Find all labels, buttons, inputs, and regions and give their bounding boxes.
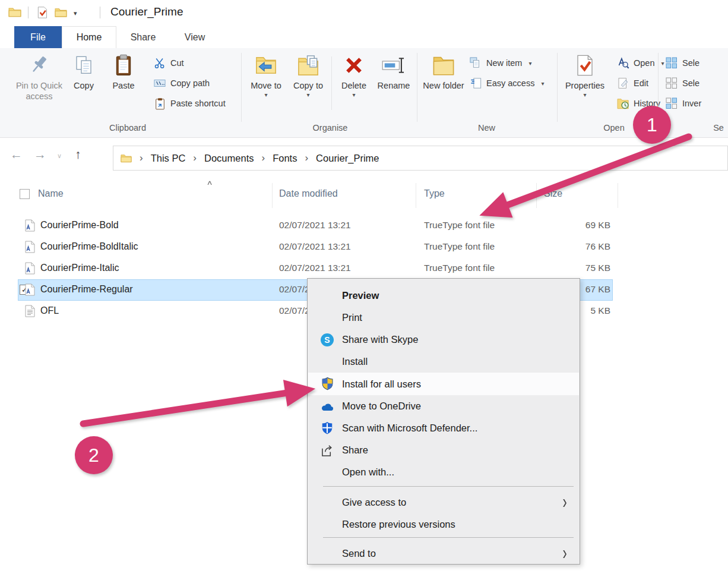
breadcrumb-this-pc[interactable]: This PC bbox=[151, 153, 186, 164]
menu-item-label: Give access to bbox=[342, 497, 406, 508]
select-all-button[interactable]: Sele bbox=[665, 55, 699, 71]
file-name: CourierPrime-BoldItalic bbox=[40, 241, 138, 252]
edit-icon bbox=[616, 77, 629, 90]
paste-shortcut-button[interactable]: Paste shortcut bbox=[153, 96, 226, 111]
select-none-icon bbox=[665, 77, 678, 90]
select-all-checkbox[interactable] bbox=[20, 189, 30, 199]
organise-group-label: Organise bbox=[247, 123, 413, 133]
breadcrumb-documents[interactable]: Documents bbox=[204, 153, 254, 164]
menu-item-send-to[interactable]: Send to › bbox=[308, 543, 579, 565]
copy-to-label: Copy to bbox=[293, 80, 323, 91]
window-title: Courier_Prime bbox=[110, 5, 183, 18]
recent-locations-icon[interactable]: ∨ bbox=[57, 152, 62, 160]
breadcrumb-courier-prime[interactable]: Courier_Prime bbox=[316, 153, 379, 164]
menu-icon-slot bbox=[319, 465, 335, 480]
chevron-right-icon[interactable]: › bbox=[193, 152, 197, 164]
select-all-icon bbox=[665, 56, 678, 70]
divider[interactable] bbox=[416, 183, 416, 208]
menu-item-install-for-all-users[interactable]: Install for all users bbox=[308, 373, 579, 395]
edit-label: Edit bbox=[634, 78, 648, 88]
menu-item-open-with[interactable]: Open with... bbox=[308, 461, 579, 483]
menu-item-share[interactable]: Share bbox=[308, 439, 579, 461]
column-header-size[interactable]: Size bbox=[544, 188, 562, 199]
delete-button[interactable]: Delete bbox=[336, 53, 372, 99]
column-header-name[interactable]: Name bbox=[38, 188, 64, 199]
copy-to-button[interactable]: Copy to bbox=[289, 53, 327, 99]
annotation-arrow-2 bbox=[83, 393, 287, 424]
new-item-button[interactable]: New item bbox=[469, 55, 531, 71]
annotation-step-1-badge: 1 bbox=[633, 106, 671, 144]
column-header-date-modified[interactable]: Date modified bbox=[279, 188, 338, 199]
divider[interactable] bbox=[272, 183, 273, 208]
menu-separator bbox=[323, 486, 574, 487]
new-folder-button[interactable]: New folder bbox=[423, 53, 464, 91]
tab-home[interactable]: Home bbox=[62, 26, 116, 48]
delete-icon bbox=[344, 53, 363, 78]
divider bbox=[417, 53, 417, 122]
back-icon[interactable]: ← bbox=[10, 147, 23, 162]
menu-icon-slot bbox=[319, 311, 335, 325]
tab-share[interactable]: Share bbox=[116, 26, 170, 48]
invert-selection-button[interactable]: Inver bbox=[665, 96, 701, 111]
paste-icon bbox=[115, 53, 132, 78]
menu-item-give-access-to[interactable]: Give access to › bbox=[308, 491, 579, 513]
menu-item-print[interactable]: Print bbox=[308, 307, 579, 329]
menu-item-label: Open with... bbox=[342, 466, 394, 478]
up-icon[interactable]: ↑ bbox=[75, 147, 81, 162]
paste-button[interactable]: Paste bbox=[106, 53, 141, 91]
move-to-label: Move to bbox=[251, 80, 281, 91]
menu-item-restore-previous-versions[interactable]: Restore previous versions bbox=[308, 513, 579, 535]
menu-item-scan-with-defender[interactable]: Scan with Microsoft Defender... bbox=[308, 417, 579, 439]
new-item-icon bbox=[469, 56, 482, 70]
column-header-type[interactable]: Type bbox=[424, 188, 445, 199]
rename-button[interactable]: Rename bbox=[374, 53, 413, 91]
qat-customize-caret-icon[interactable]: ▾ bbox=[74, 10, 77, 17]
new-group-label: New bbox=[423, 123, 550, 133]
table-row[interactable]: CourierPrime-BoldItalic 02/07/2021 13:21… bbox=[0, 237, 728, 258]
edit-button[interactable]: Edit bbox=[616, 75, 648, 91]
divider[interactable] bbox=[536, 183, 537, 208]
properties-button[interactable]: Properties bbox=[563, 53, 607, 99]
defender-icon bbox=[319, 421, 335, 436]
copy-label: Copy bbox=[74, 80, 94, 91]
breadcrumb-fonts[interactable]: Fonts bbox=[273, 153, 297, 164]
pin-to-quick-access-button[interactable]: Pin to Quick access bbox=[13, 53, 65, 102]
qat-new-folder-button[interactable] bbox=[55, 7, 67, 17]
menu-icon-slot bbox=[319, 496, 335, 510]
tab-file[interactable]: File bbox=[14, 26, 62, 48]
table-row[interactable]: CourierPrime-Italic 02/07/2021 13:21 Tru… bbox=[0, 258, 728, 279]
menu-item-share-with-skype[interactable]: S Share with Skype bbox=[308, 329, 579, 351]
open-label: Open bbox=[634, 58, 654, 68]
copy-button[interactable]: Copy bbox=[67, 53, 100, 91]
menu-item-move-to-onedrive[interactable]: Move to OneDrive bbox=[308, 395, 579, 417]
skype-letter: S bbox=[321, 333, 334, 346]
explorer-window: ▾ Courier_Prime File Home Share View Pin… bbox=[0, 0, 728, 580]
chevron-right-icon[interactable]: › bbox=[305, 152, 308, 164]
easy-access-button[interactable]: Easy access bbox=[469, 75, 544, 91]
address-bar[interactable]: › This PC › Documents › Fonts › Courier_… bbox=[113, 146, 728, 171]
menu-item-install[interactable]: Install bbox=[308, 351, 579, 373]
forward-icon[interactable]: → bbox=[34, 147, 46, 162]
menu-item-preview[interactable]: Preview bbox=[308, 285, 579, 307]
copy-icon bbox=[74, 53, 93, 78]
open-icon bbox=[616, 56, 629, 70]
chevron-right-icon[interactable]: › bbox=[261, 152, 265, 164]
open-button[interactable]: Open bbox=[616, 55, 664, 71]
tab-view[interactable]: View bbox=[170, 26, 220, 48]
menu-item-label: Share bbox=[342, 445, 368, 456]
delete-label: Delete bbox=[341, 80, 366, 91]
qat-properties-button[interactable] bbox=[36, 6, 48, 19]
properties-label: Properties bbox=[565, 80, 604, 91]
text-file-icon bbox=[25, 305, 35, 317]
cut-button[interactable]: Cut bbox=[153, 55, 184, 71]
select-none-button[interactable]: Sele bbox=[665, 75, 699, 91]
copy-to-icon bbox=[297, 53, 319, 78]
file-size: 76 KB bbox=[537, 241, 610, 252]
menu-item-label: Send to bbox=[342, 548, 376, 559]
copy-path-button[interactable]: Copy path bbox=[153, 75, 210, 91]
menu-separator bbox=[323, 537, 574, 538]
divider[interactable] bbox=[618, 183, 618, 208]
file-size: 75 KB bbox=[537, 263, 610, 273]
move-to-button[interactable]: Move to bbox=[247, 53, 285, 99]
table-row[interactable]: CourierPrime-Bold 02/07/2021 13:21 TrueT… bbox=[0, 215, 728, 237]
